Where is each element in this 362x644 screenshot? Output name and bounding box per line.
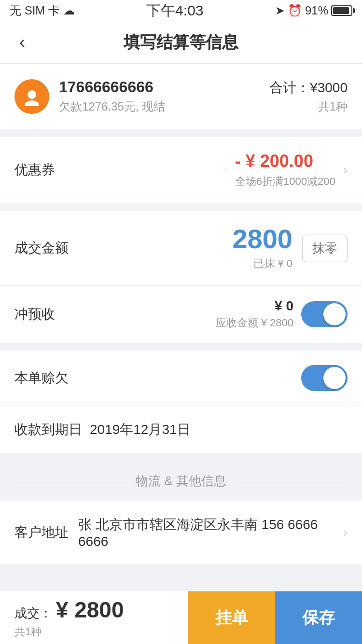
alarm-icon: ⏰ — [288, 4, 302, 17]
total-count: 共1种 — [269, 99, 348, 114]
coupon-right: - ¥ 200.00 全场6折满1000减200 › — [235, 151, 348, 189]
status-left: 无 SIM 卡 ☁ — [10, 3, 75, 18]
bandan-toggle-knob — [323, 367, 346, 389]
bandan-row: 本单赊欠 — [0, 350, 362, 406]
address-right: 张 北京市市辖区海淀区永丰南 156 6666 6666 › — [78, 516, 348, 549]
location-icon: ➤ — [275, 4, 285, 17]
status-bar: 无 SIM 卡 ☁ 下午4:03 ➤ ⏰ 91% — [0, 0, 362, 21]
deal-amount-label: 成交金额 — [14, 239, 69, 257]
back-button[interactable]: ‹ — [14, 28, 30, 57]
total-amount: ¥3000 — [310, 80, 348, 95]
hang-order-button[interactable]: 挂单 — [188, 591, 275, 644]
address-row[interactable]: 客户地址 张 北京市市辖区海淀区永丰南 156 6666 6666 › — [0, 501, 362, 564]
coupon-desc: 全场6折满1000减200 — [235, 174, 335, 189]
deal-amount-value[interactable]: 2800 — [232, 225, 292, 252]
chong-label: 冲预收 — [14, 305, 55, 323]
footer-count: 共1种 — [14, 625, 174, 639]
chevron-right-icon: › — [343, 162, 348, 178]
coupon-discount: - ¥ 200.00 — [235, 151, 335, 171]
footer-deal-label: 成交： — [14, 606, 52, 620]
footer-deal-line: 成交： ¥ 2800 — [14, 597, 174, 623]
customer-total: 合计：¥3000 共1种 — [269, 79, 348, 114]
round-zero-button[interactable]: 抹零 — [302, 235, 348, 262]
customer-left: 17666666666 欠款1276.35元, 现结 — [14, 78, 165, 114]
footer: 成交： ¥ 2800 共1种 挂单 保存 — [0, 591, 362, 644]
coupon-section: 优惠券 - ¥ 200.00 全场6折满1000减200 › — [0, 137, 362, 203]
bandan-section: 本单赊欠 收款到期日 2019年12月31日 — [0, 350, 362, 453]
bandan-toggle[interactable] — [301, 365, 348, 391]
deal-amount-right: 2800 已抹 ¥ 0 抹零 — [232, 225, 348, 271]
due-date-value: 2019年12月31日 — [90, 420, 191, 439]
logistics-line-left — [14, 481, 128, 481]
status-right: ➤ ⏰ 91% — [275, 4, 352, 17]
deal-section: 成交金额 2800 已抹 ¥ 0 抹零 冲预收 ¥ 0 应收金额 ¥ 2800 — [0, 211, 362, 343]
battery-percent: 91% — [305, 4, 328, 17]
customer-debt: 欠款1276.35元, 现结 — [59, 99, 165, 114]
nav-bar: ‹ 填写结算等信息 — [0, 21, 362, 64]
logistics-label: 物流 & 其他信息 — [136, 473, 226, 490]
address-label: 客户地址 — [14, 523, 69, 542]
svg-point-0 — [28, 90, 36, 99]
due-date-label: 收款到期日 — [14, 420, 82, 439]
chong-toggle[interactable] — [301, 301, 348, 327]
coupon-label: 优惠券 — [14, 161, 55, 179]
chong-right: ¥ 0 应收金额 ¥ 2800 — [216, 298, 348, 330]
chong-yushou-row: 冲预收 ¥ 0 应收金额 ¥ 2800 — [0, 285, 362, 343]
chong-values: ¥ 0 应收金额 ¥ 2800 — [216, 298, 293, 330]
address-value: 张 北京市市辖区海淀区永丰南 156 6666 6666 — [78, 516, 338, 549]
coupon-row[interactable]: 优惠券 - ¥ 200.00 全场6折满1000减200 › — [0, 137, 362, 203]
sim-label: 无 SIM 卡 ☁ — [10, 3, 75, 18]
bandan-label: 本单赊欠 — [14, 369, 69, 387]
address-chevron-icon: › — [343, 525, 348, 540]
toggle-knob — [323, 303, 346, 325]
footer-info: 成交： ¥ 2800 共1种 — [0, 597, 188, 639]
svg-point-1 — [25, 100, 39, 106]
battery-icon — [331, 5, 352, 16]
total-label-amount: 合计：¥3000 — [269, 79, 348, 97]
page-title: 填写结算等信息 — [124, 31, 238, 54]
chong-amount: ¥ 0 — [216, 298, 293, 314]
status-time: 下午4:03 — [146, 1, 203, 21]
customer-card: 17666666666 欠款1276.35元, 现结 合计：¥3000 共1种 — [0, 64, 362, 129]
customer-phone: 17666666666 — [59, 78, 165, 96]
deal-amount-sub: 已抹 ¥ 0 — [232, 256, 292, 271]
footer-amount: ¥ 2800 — [56, 597, 124, 622]
chong-sub: 应收金额 ¥ 2800 — [216, 316, 293, 330]
avatar — [14, 79, 49, 114]
address-section: 客户地址 张 北京市市辖区海淀区永丰南 156 6666 6666 › — [0, 501, 362, 564]
deal-amount-row: 成交金额 2800 已抹 ¥ 0 抹零 — [0, 211, 362, 285]
due-date-row: 收款到期日 2019年12月31日 — [0, 406, 362, 453]
logistics-line-right — [234, 481, 348, 481]
save-button[interactable]: 保存 — [275, 591, 362, 644]
customer-info: 17666666666 欠款1276.35元, 现结 — [59, 78, 165, 114]
logistics-divider: 物流 & 其他信息 — [0, 461, 362, 501]
total-label: 合计： — [269, 80, 310, 95]
